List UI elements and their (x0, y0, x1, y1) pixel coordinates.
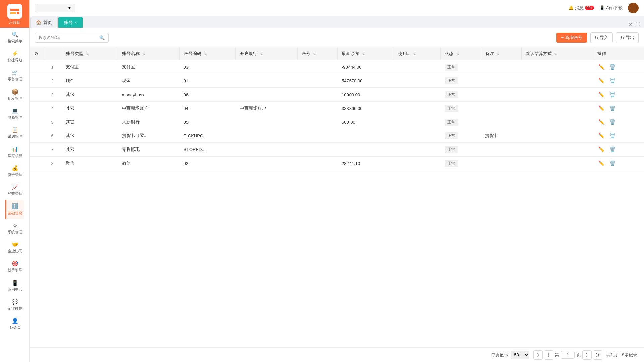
edit-button-7[interactable]: ✏️ (597, 160, 606, 167)
sidebar-item-wechat[interactable]: 💬 企业微信 (5, 295, 24, 314)
search-icon: 🔍 (12, 31, 18, 38)
edit-button-5[interactable]: ✏️ (597, 132, 606, 139)
tab-close-button[interactable]: ✕ (627, 21, 634, 28)
sidebar-item-appcenter[interactable]: 📱 应用中心 (5, 276, 24, 295)
sidebar-item-member[interactable]: 👤 畅会员 (5, 314, 24, 334)
avatar[interactable] (628, 3, 639, 13)
row-usage-0 (394, 60, 441, 74)
table-row: 7 其它 零售抵现 STORED... 正常 ✏️ 🗑️ (30, 143, 644, 157)
sidebar-item-search[interactable]: 🔍 搜索菜单 (5, 28, 24, 47)
next-page-button[interactable]: ⟩ (582, 350, 592, 360)
row-settings-1 (30, 74, 43, 88)
table-row: 3 其它 moneybosx 06 10000.00 正常 ✏️ 🗑️ (30, 88, 644, 102)
sidebar-label-appcenter: 应用中心 (8, 287, 22, 292)
download-icon: 📱 (599, 5, 605, 10)
row-settings-0 (30, 60, 43, 74)
inventory-icon: 📊 (12, 146, 18, 152)
search-box[interactable]: 🔍 (35, 33, 109, 43)
row-status-0: 正常 (441, 60, 481, 74)
guide-icon: 🎯 (12, 260, 18, 267)
th-name[interactable]: 账号名称 ⇅ (118, 47, 180, 60)
th-type[interactable]: 账号类型 ⇅ (62, 47, 118, 60)
delete-button-6[interactable]: 🗑️ (608, 146, 617, 153)
page-number-input[interactable] (561, 351, 575, 359)
main-area: ▼ 🔔 消息 99+ 📱 App下载 🏠 首页 账号 × ✕ (30, 0, 644, 362)
row-num-4: 5 (43, 115, 62, 129)
tab-home[interactable]: 🏠 首页 (30, 17, 58, 28)
last-page-button[interactable]: ⟩⟩ (593, 350, 602, 360)
sidebar-label-member: 畅会员 (10, 325, 21, 330)
app-download-button[interactable]: 📱 App下载 (599, 5, 623, 11)
row-status-6: 正常 (441, 143, 481, 157)
edit-button-0[interactable]: ✏️ (597, 63, 606, 71)
delete-button-3[interactable]: 🗑️ (608, 105, 617, 112)
th-balance[interactable]: 最新余额 ⇅ (338, 47, 394, 60)
page-nav: ⟨⟨ ⟨ 第 页 ⟩ ⟩⟩ (533, 350, 602, 360)
sidebar-item-system[interactable]: ⚙ 系统管理 (5, 219, 24, 238)
first-page-button[interactable]: ⟨⟨ (533, 350, 543, 360)
sidebar-item-purchase[interactable]: 📋 采购管理 (5, 123, 24, 142)
edit-button-4[interactable]: ✏️ (597, 118, 606, 126)
th-code[interactable]: 账号编码 ⇅ (180, 47, 236, 60)
notification-badge: 99+ (585, 6, 594, 10)
row-num-1: 2 (43, 74, 62, 88)
sidebar-item-retail[interactable]: 🛒 零售管理 (5, 66, 24, 85)
content-area: 🔍 + 新增账号 ↻ 导入 ↻ 导出 ⚙ (30, 28, 644, 362)
row-action-7: ✏️ 🗑️ (593, 157, 644, 170)
edit-button-1[interactable]: ✏️ (597, 77, 606, 84)
row-bank-3: 中百商场账户 (236, 102, 298, 115)
sidebar-item-quicknav[interactable]: ⚡ 快捷导航 (5, 47, 24, 66)
row-payment-4 (521, 115, 593, 129)
row-usage-3 (394, 102, 441, 115)
sidebar-item-finance[interactable]: 💰 资金管理 (5, 162, 24, 181)
delete-button-5[interactable]: 🗑️ (608, 132, 617, 139)
edit-button-3[interactable]: ✏️ (597, 105, 606, 112)
row-remark-6 (481, 143, 521, 157)
th-usage[interactable]: 使用... ⇅ (394, 47, 441, 60)
th-settings[interactable]: ⚙ (30, 47, 43, 60)
tab-bar-right: ✕ ⛶ (627, 21, 644, 28)
th-payment[interactable]: 默认结算方式 ⇅ (521, 47, 593, 60)
row-type-1: 现金 (62, 74, 118, 88)
edit-button-6[interactable]: ✏️ (597, 146, 606, 153)
delete-button-4[interactable]: 🗑️ (608, 118, 617, 126)
logo-text: 乐愿版 (9, 20, 20, 25)
home-icon: 🏠 (36, 20, 41, 25)
delete-button-1[interactable]: 🗑️ (608, 77, 617, 84)
delete-button-0[interactable]: 🗑️ (608, 63, 617, 71)
tab-account[interactable]: 账号 × (58, 17, 83, 28)
sidebar-item-ecommerce[interactable]: 💻 电商管理 (5, 104, 24, 123)
page-label: 页 (577, 352, 581, 358)
tab-close-icon[interactable]: × (75, 21, 77, 25)
edit-button-2[interactable]: ✏️ (597, 91, 606, 98)
notification-button[interactable]: 🔔 消息 99+ (568, 5, 594, 11)
th-bank[interactable]: 开户银行 ⇅ (236, 47, 298, 60)
sidebar-item-operation[interactable]: 📈 经营管理 (5, 181, 24, 200)
topbar-search-input[interactable] (39, 6, 65, 10)
topbar: ▼ 🔔 消息 99+ 📱 App下载 (30, 0, 644, 16)
sidebar-item-agreement[interactable]: 🤝 企业协同 (5, 238, 24, 257)
th-status[interactable]: 状态 ⇅ (441, 47, 481, 60)
row-name-5: 提货卡（零... (118, 129, 180, 143)
sidebar-item-basic[interactable]: ℹ️ 基础信息 (5, 200, 24, 219)
topbar-search[interactable]: ▼ (35, 4, 75, 12)
row-code-0: 03 (180, 60, 236, 74)
th-remark[interactable]: 备注 ⇅ (481, 47, 521, 60)
sidebar-item-wholesale[interactable]: 📦 批发管理 (5, 85, 24, 104)
sidebar-label-wholesale: 批发管理 (8, 96, 22, 101)
add-account-button[interactable]: + 新增账号 (556, 33, 587, 43)
search-button[interactable]: 🔍 (96, 33, 108, 42)
delete-button-7[interactable]: 🗑️ (608, 160, 617, 167)
sidebar-label-inventory: 库存核算 (8, 153, 22, 158)
prev-page-button[interactable]: ⟨ (544, 350, 553, 360)
delete-button-2[interactable]: 🗑️ (608, 91, 617, 98)
row-type-2: 其它 (62, 88, 118, 102)
import-button[interactable]: ↻ 导入 (590, 32, 613, 43)
page-size-dropdown[interactable]: 102050100 (511, 351, 529, 359)
search-input[interactable] (35, 33, 96, 42)
tab-maximize-button[interactable]: ⛶ (634, 21, 641, 28)
sidebar-item-guide[interactable]: 🎯 新手引导 (5, 257, 24, 276)
export-button[interactable]: ↻ 导出 (616, 32, 639, 43)
th-account[interactable]: 账号 ⇅ (298, 47, 338, 60)
sidebar-item-inventory[interactable]: 📊 库存核算 (5, 142, 24, 162)
